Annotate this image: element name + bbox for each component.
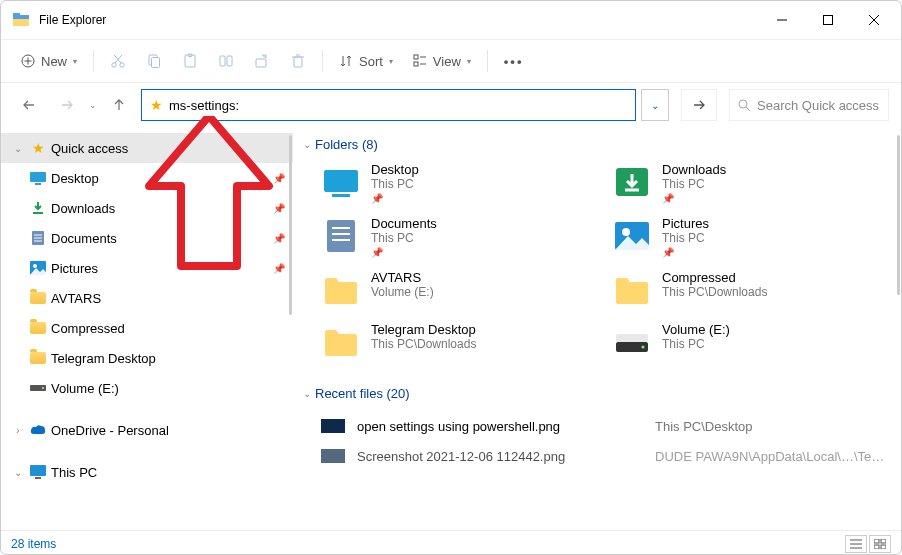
sidebar-item-avtars[interactable]: AVTARS: [1, 283, 293, 313]
close-button[interactable]: [851, 4, 897, 36]
svg-rect-30: [30, 172, 46, 182]
folder-icon: [612, 270, 652, 310]
folder-name: AVTARS: [371, 270, 434, 285]
folder-item-volume-e[interactable]: Volume (E:) This PC: [612, 322, 895, 362]
address-bar[interactable]: ★: [141, 89, 636, 121]
sidebar-item-label: Desktop: [51, 171, 269, 186]
recent-dropdown[interactable]: ⌄: [89, 100, 97, 110]
separator: [487, 50, 488, 72]
folder-icon: [321, 322, 361, 362]
folder-item-telegram[interactable]: Telegram Desktop This PC\Downloads: [321, 322, 604, 362]
sidebar-item-telegram[interactable]: Telegram Desktop: [1, 343, 293, 373]
folder-item-desktop[interactable]: Desktop This PC 📌: [321, 162, 604, 204]
scrollbar-thumb[interactable]: [289, 135, 292, 315]
sidebar-item-label: Compressed: [51, 321, 293, 336]
thumbnails-view-button[interactable]: [869, 535, 891, 553]
cut-button[interactable]: [102, 48, 134, 74]
rename-button[interactable]: [210, 48, 242, 74]
sidebar-item-desktop[interactable]: Desktop 📌: [1, 163, 293, 193]
downloads-icon: [612, 162, 652, 202]
sidebar-onedrive[interactable]: › OneDrive - Personal: [1, 415, 293, 445]
toolbar: New ▾ Sort ▾ View ▾ •••: [1, 39, 901, 83]
recent-section-header[interactable]: ⌄ Recent files (20): [303, 386, 895, 401]
new-button[interactable]: New ▾: [13, 49, 85, 74]
arrow-right-icon: [60, 98, 74, 112]
svg-point-38: [33, 264, 37, 268]
folder-item-avtars[interactable]: AVTARS Volume (E:): [321, 270, 604, 310]
sidebar-item-volume-e[interactable]: Volume (E:): [1, 373, 293, 403]
sidebar-label: Quick access: [51, 141, 293, 156]
sort-label: Sort: [359, 54, 383, 69]
cloud-icon: [29, 424, 47, 436]
svg-rect-25: [414, 62, 418, 66]
folder-icon: [321, 270, 361, 310]
maximize-button[interactable]: [805, 4, 851, 36]
folders-section-header[interactable]: ⌄ Folders (8): [303, 137, 895, 152]
minimize-button[interactable]: [759, 4, 805, 36]
sort-button[interactable]: Sort ▾: [331, 49, 401, 74]
recent-file-row[interactable]: open settings using powershell.png This …: [303, 411, 895, 441]
search-box[interactable]: Search Quick access: [729, 89, 889, 121]
drive-icon: [612, 322, 652, 362]
cut-icon: [110, 53, 126, 69]
folder-name: Documents: [371, 216, 437, 231]
svg-rect-61: [874, 545, 879, 549]
sidebar-item-compressed[interactable]: Compressed: [1, 313, 293, 343]
folder-location: This PC\Downloads: [371, 337, 476, 351]
folder-location: This PC\Downloads: [662, 285, 767, 299]
sidebar-thispc[interactable]: ⌄ This PC: [1, 457, 293, 487]
drive-icon: [29, 383, 47, 393]
delete-button[interactable]: [282, 48, 314, 74]
sidebar-label: This PC: [51, 465, 293, 480]
svg-rect-60: [881, 539, 886, 543]
file-thumbnail: [321, 419, 345, 433]
folder-item-pictures[interactable]: Pictures This PC 📌: [612, 216, 895, 258]
address-history-dropdown[interactable]: ⌄: [641, 89, 669, 121]
separator: [322, 50, 323, 72]
list-icon: [850, 539, 862, 549]
svg-rect-41: [30, 465, 46, 476]
chevron-down-icon: ⌄: [303, 388, 311, 399]
folder-location: This PC: [662, 177, 726, 191]
recent-header-label: Recent files (20): [315, 386, 410, 401]
new-label: New: [41, 54, 67, 69]
folder-item-compressed[interactable]: Compressed This PC\Downloads: [612, 270, 895, 310]
sidebar-item-documents[interactable]: Documents 📌: [1, 223, 293, 253]
share-button[interactable]: [246, 48, 278, 74]
downloads-icon: [29, 201, 47, 215]
back-button[interactable]: [13, 89, 45, 121]
copy-button[interactable]: [138, 48, 170, 74]
recent-file-row[interactable]: Screenshot 2021-12-06 112442.png DUDE PA…: [303, 441, 895, 471]
main-area: ⌄ ★ Quick access Desktop 📌 Downloads 📌 D…: [1, 127, 901, 530]
folder-name: Compressed: [662, 270, 767, 285]
paste-button[interactable]: [174, 48, 206, 74]
search-icon: [738, 99, 751, 112]
up-button[interactable]: [103, 89, 135, 121]
separator: [93, 50, 94, 72]
view-button[interactable]: View ▾: [405, 49, 479, 74]
sidebar-label: OneDrive - Personal: [51, 423, 293, 438]
monitor-icon: [29, 465, 47, 479]
folder-item-downloads[interactable]: Downloads This PC 📌: [612, 162, 895, 204]
view-icon: [413, 54, 427, 68]
navbar: ⌄ ★ ⌄ Search Quick access: [1, 83, 901, 127]
address-input[interactable]: [169, 90, 635, 120]
view-label: View: [433, 54, 461, 69]
sidebar-quick-access[interactable]: ⌄ ★ Quick access: [1, 133, 293, 163]
forward-button[interactable]: [51, 89, 83, 121]
go-refresh-button[interactable]: [681, 89, 717, 121]
svg-point-40: [42, 387, 44, 389]
search-placeholder: Search Quick access: [757, 98, 879, 113]
sidebar-item-pictures[interactable]: Pictures 📌: [1, 253, 293, 283]
scrollbar-thumb[interactable]: [897, 135, 900, 295]
svg-rect-19: [227, 56, 232, 66]
folder-item-documents[interactable]: Documents This PC 📌: [321, 216, 604, 258]
svg-point-28: [739, 100, 747, 108]
details-view-button[interactable]: [845, 535, 867, 553]
documents-icon: [321, 216, 361, 256]
sidebar: ⌄ ★ Quick access Desktop 📌 Downloads 📌 D…: [1, 127, 293, 530]
more-button[interactable]: •••: [496, 49, 532, 74]
sidebar-item-downloads[interactable]: Downloads 📌: [1, 193, 293, 223]
svg-line-12: [115, 55, 122, 63]
share-icon: [254, 53, 270, 69]
